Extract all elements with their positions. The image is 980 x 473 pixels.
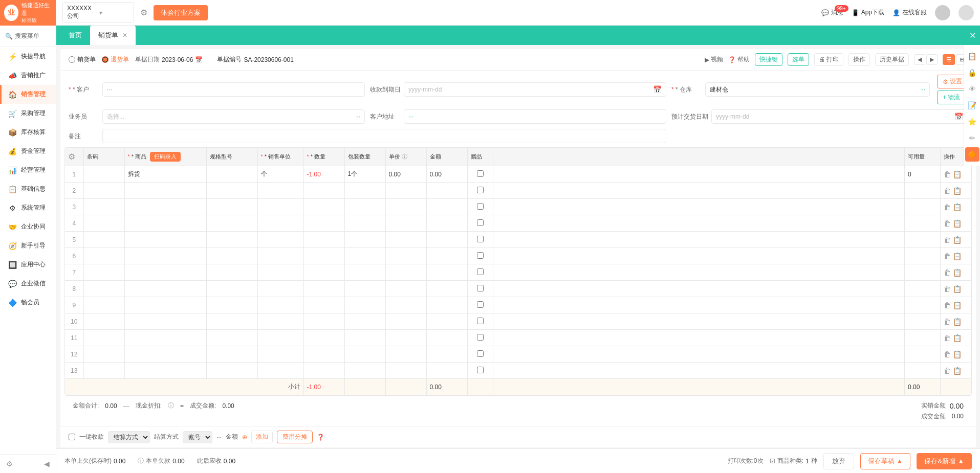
row-spec-9[interactable] bbox=[206, 297, 257, 313]
sidebar-item-quick-nav[interactable]: ⚡ 快捷导航 bbox=[0, 47, 56, 66]
row-price-13[interactable] bbox=[385, 363, 426, 379]
delete-icon-10[interactable]: 🗑 bbox=[944, 318, 951, 326]
expected-date-input[interactable]: yyyy-mm-dd 📅 bbox=[711, 109, 968, 124]
help-link[interactable]: ❓ 帮助 bbox=[728, 55, 750, 64]
row-product-10[interactable] bbox=[124, 313, 206, 330]
sidebar-item-capital[interactable]: 💰 资金管理 bbox=[0, 142, 56, 161]
row-pkg-qty-12[interactable] bbox=[344, 346, 385, 363]
row-unit-3[interactable] bbox=[257, 199, 303, 215]
sidebar-item-appstore[interactable]: 🔲 应用中心 bbox=[0, 255, 56, 274]
row-qty-8[interactable] bbox=[303, 281, 344, 297]
row-qty-9[interactable] bbox=[303, 297, 344, 313]
row-gift-4[interactable] bbox=[467, 215, 493, 232]
copy-icon-9[interactable]: 📋 bbox=[953, 301, 962, 309]
row-product-6[interactable] bbox=[124, 248, 206, 264]
save-new-btn[interactable]: 保存&新增 ▲ bbox=[917, 453, 972, 469]
row-gift-12[interactable] bbox=[467, 346, 493, 363]
row-product-11[interactable] bbox=[124, 330, 206, 346]
calendar-icon[interactable]: 📅 bbox=[195, 56, 203, 63]
delete-icon-4[interactable]: 🗑 bbox=[944, 219, 951, 228]
row-amount-11[interactable] bbox=[426, 330, 467, 346]
row-pkg-qty-8[interactable] bbox=[344, 281, 385, 297]
row-amount-8[interactable] bbox=[426, 281, 467, 297]
row-gift-5[interactable] bbox=[467, 232, 493, 248]
row-barcode-6[interactable] bbox=[83, 248, 124, 264]
column-settings-icon[interactable]: ⚙ bbox=[68, 152, 75, 161]
row-barcode-2[interactable] bbox=[83, 183, 124, 199]
delete-icon-5[interactable]: 🗑 bbox=[944, 236, 951, 244]
row-qty-10[interactable] bbox=[303, 313, 344, 330]
footer-collapse-icon[interactable]: ◀ bbox=[44, 460, 50, 468]
row-unit-7[interactable] bbox=[257, 264, 303, 281]
delete-icon-12[interactable]: 🗑 bbox=[944, 350, 951, 358]
row-spec-7[interactable] bbox=[206, 264, 257, 281]
due-date-calendar-icon[interactable]: 📅 bbox=[653, 85, 662, 94]
copy-icon-2[interactable]: 📋 bbox=[953, 187, 962, 195]
footer-settings-icon[interactable]: ⚙ bbox=[6, 460, 13, 468]
copy-icon-6[interactable]: 📋 bbox=[953, 252, 962, 260]
row-spec-2[interactable] bbox=[206, 183, 257, 199]
row-pkg-qty-10[interactable] bbox=[344, 313, 385, 330]
row-gift-1[interactable] bbox=[467, 166, 493, 183]
row-price-2[interactable] bbox=[385, 183, 426, 199]
row-gift-10[interactable] bbox=[467, 313, 493, 330]
warehouse-input[interactable]: 建材仓 ··· bbox=[705, 82, 930, 97]
quickkey-btn[interactable]: 快捷键 bbox=[755, 53, 782, 66]
copy-icon-3[interactable]: 📋 bbox=[953, 203, 962, 211]
row-pkg-qty-6[interactable] bbox=[344, 248, 385, 264]
tab-home[interactable]: 首页 bbox=[60, 26, 90, 45]
row-spec-3[interactable] bbox=[206, 199, 257, 215]
save-draft-btn[interactable]: 保存草稿 ▲ bbox=[860, 453, 911, 469]
row-qty-11[interactable] bbox=[303, 330, 344, 346]
row-qty-1[interactable]: -1.00 bbox=[303, 166, 344, 183]
row-price-8[interactable] bbox=[385, 281, 426, 297]
copy-icon-1[interactable]: 📋 bbox=[953, 170, 962, 178]
row-amount-6[interactable] bbox=[426, 248, 467, 264]
salesman-input[interactable]: 选择... ··· bbox=[102, 109, 365, 124]
row-product-1[interactable]: 拆货 bbox=[124, 166, 206, 183]
sidebar-item-marketing[interactable]: 📣 营销推广 bbox=[0, 66, 56, 85]
fee-split-help-icon[interactable]: ❓ bbox=[317, 434, 324, 441]
right-panel-item-5[interactable]: ⭐ bbox=[965, 115, 979, 129]
radio-return-order[interactable]: 退货单 bbox=[102, 55, 129, 64]
row-unit-12[interactable] bbox=[257, 346, 303, 363]
row-unit-1[interactable]: 个 bbox=[257, 166, 303, 183]
video-link[interactable]: ▶ 视频 bbox=[705, 55, 723, 64]
sidebar-item-purchase[interactable]: 🛒 采购管理 bbox=[0, 104, 56, 123]
row-unit-11[interactable] bbox=[257, 330, 303, 346]
remark-input[interactable] bbox=[102, 129, 666, 143]
row-barcode-10[interactable] bbox=[83, 313, 124, 330]
row-pkg-qty-9[interactable] bbox=[344, 297, 385, 313]
list-view-btn[interactable]: ☰ bbox=[943, 54, 955, 65]
row-qty-13[interactable] bbox=[303, 363, 344, 379]
print-btn[interactable]: 🖨 打印 bbox=[814, 53, 843, 66]
row-pkg-qty-5[interactable] bbox=[344, 232, 385, 248]
right-panel-item-3[interactable]: 👁 bbox=[965, 82, 979, 96]
delete-icon-7[interactable]: 🗑 bbox=[944, 268, 951, 277]
row-amount-9[interactable] bbox=[426, 297, 467, 313]
delete-icon-9[interactable]: 🗑 bbox=[944, 301, 951, 309]
row-pkg-qty-4[interactable] bbox=[344, 215, 385, 232]
search-menu-btn[interactable]: 🔍 搜索菜单 bbox=[3, 30, 53, 42]
row-pkg-qty-1[interactable]: 1个 bbox=[344, 166, 385, 183]
row-gift-6[interactable] bbox=[467, 248, 493, 264]
tab-bar-close-icon[interactable]: ✕ bbox=[969, 31, 976, 40]
sidebar-item-member[interactable]: 🔷 畅会员 bbox=[0, 293, 56, 312]
right-panel-item-6[interactable]: ✏ bbox=[965, 131, 979, 145]
row-product-8[interactable] bbox=[124, 281, 206, 297]
row-unit-10[interactable] bbox=[257, 313, 303, 330]
row-barcode-5[interactable] bbox=[83, 232, 124, 248]
sidebar-item-base[interactable]: 📋 基础信息 bbox=[0, 179, 56, 198]
row-price-12[interactable] bbox=[385, 346, 426, 363]
row-pkg-qty-3[interactable] bbox=[344, 199, 385, 215]
row-pkg-qty-7[interactable] bbox=[344, 264, 385, 281]
expected-date-calendar-icon[interactable]: 📅 bbox=[954, 112, 963, 121]
row-pkg-qty-13[interactable] bbox=[344, 363, 385, 379]
row-unit-9[interactable] bbox=[257, 297, 303, 313]
settings-btn[interactable]: ⚙ 设置 bbox=[937, 75, 968, 88]
row-barcode-9[interactable] bbox=[83, 297, 124, 313]
scan-btn[interactable]: 扫码录入 bbox=[150, 152, 181, 162]
row-gift-9[interactable] bbox=[467, 297, 493, 313]
row-spec-12[interactable] bbox=[206, 346, 257, 363]
user-avatar[interactable] bbox=[935, 5, 950, 20]
